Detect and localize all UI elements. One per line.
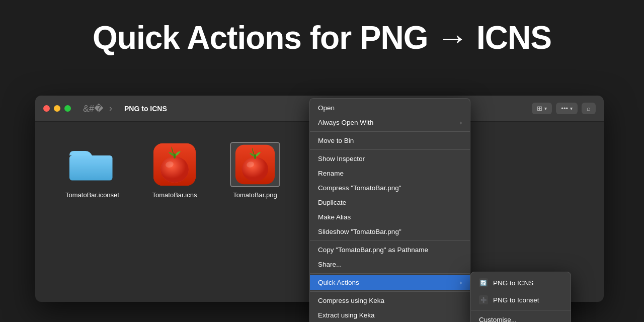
menu-rename[interactable]: Rename	[310, 166, 470, 181]
minimize-button[interactable]	[54, 105, 60, 112]
svg-point-5	[160, 156, 189, 183]
svg-rect-10	[254, 154, 256, 159]
chevron-down-icon: ▾	[570, 106, 573, 111]
menu-make-alias[interactable]: Make Alias	[310, 210, 470, 224]
file-label-icns: TomatoBar.icns	[152, 191, 197, 199]
menu-copy-pathname[interactable]: Copy "TomatoBar.png" as Pathname	[310, 243, 470, 257]
file-label-png: TomatoBar.png	[233, 191, 277, 199]
menu-compress[interactable]: Compress "TomatoBar.png"	[310, 181, 470, 195]
menu-separator-4	[310, 273, 470, 274]
menu-slideshow[interactable]: Slideshow "TomatoBar.png"	[310, 224, 470, 239]
png-to-icns-icon: 🔄	[479, 278, 488, 287]
menu-open[interactable]: Open	[310, 101, 470, 115]
submenu-png-to-iconset[interactable]: ➕ PNG to Iconset	[471, 291, 571, 308]
menu-separator-2	[310, 149, 470, 150]
menu-duplicate[interactable]: Duplicate	[310, 195, 470, 210]
menu-quick-actions[interactable]: Quick Actions ›	[310, 275, 470, 290]
submenu-arrow-icon: ›	[460, 119, 462, 126]
page-title: Quick Actions for PNG → ICNS	[0, 0, 644, 71]
menu-move-to-bin[interactable]: Move to Bin	[310, 133, 470, 148]
search-button[interactable]: ⌕	[582, 103, 596, 114]
menu-extract-keka[interactable]: Extract using Keka	[310, 308, 470, 322]
dots-icon: •••	[561, 105, 568, 112]
file-item-iconset[interactable]: TomatoBar.iconset	[65, 142, 119, 199]
more-options-button[interactable]: ••• ▾	[556, 103, 578, 114]
tomato-icns-icon	[149, 142, 200, 187]
svg-point-9	[242, 157, 268, 181]
file-item-png[interactable]: TomatoBar.png	[230, 142, 280, 199]
file-item-icns[interactable]: TomatoBar.icns	[149, 142, 200, 199]
svg-rect-6	[174, 153, 176, 158]
chevron-down-icon: ▾	[544, 106, 547, 111]
tomato-png-icon	[230, 142, 280, 187]
file-label-iconset: TomatoBar.iconset	[65, 191, 119, 199]
menu-always-open-with[interactable]: Always Open With ›	[310, 115, 470, 130]
menu-separator-1	[310, 131, 470, 132]
menu-separator-5	[310, 291, 470, 292]
menu-compress-keka[interactable]: Compress using Keka	[310, 293, 470, 308]
nav-arrows: &#� ›	[81, 102, 114, 115]
view-toggle-button[interactable]: ⊞ ▾	[532, 103, 552, 114]
control-bar: ⊞ ▾ ••• ▾ ⌕	[532, 103, 596, 114]
quick-actions-submenu: 🔄 PNG to ICNS ➕ PNG to Iconset Customise…	[470, 272, 571, 322]
submenu-png-to-icns[interactable]: 🔄 PNG to ICNS	[471, 274, 571, 291]
close-button[interactable]	[43, 105, 50, 112]
finder-window: &#� › PNG to ICNS ⊞ ▾ ••• ▾ ⌕	[35, 96, 604, 302]
menu-share[interactable]: Share...	[310, 257, 470, 272]
submenu-customize[interactable]: Customise...	[471, 312, 571, 322]
png-to-iconset-icon: ➕	[479, 295, 488, 304]
folder-icon	[67, 142, 117, 187]
menu-separator-3	[310, 240, 470, 241]
menu-show-inspector[interactable]: Show Inspector	[310, 151, 470, 166]
back-button[interactable]: &#�	[81, 102, 105, 115]
submenu-separator	[471, 310, 571, 310]
forward-button[interactable]: ›	[107, 102, 114, 115]
grid-icon: ⊞	[537, 105, 542, 112]
traffic-lights	[43, 105, 71, 112]
context-menu: Open Always Open With › Move to Bin Show…	[309, 98, 470, 322]
svg-rect-1	[69, 155, 113, 181]
search-icon: ⌕	[587, 105, 591, 112]
fullscreen-button[interactable]	[64, 105, 71, 112]
submenu-arrow-quick-actions-icon: ›	[460, 279, 462, 286]
